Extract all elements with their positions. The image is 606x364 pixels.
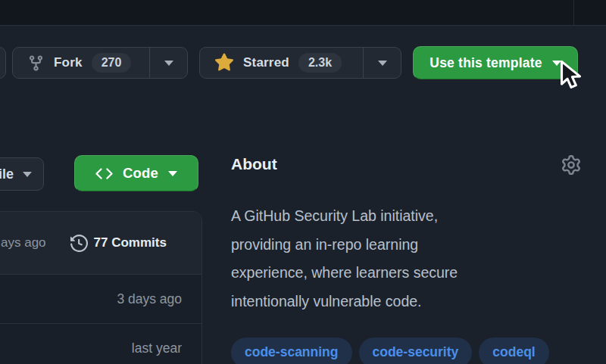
chevron-down-icon <box>23 172 32 177</box>
topic-tag[interactable]: code-security <box>359 338 473 364</box>
star-count-badge: 2.3k <box>298 53 342 73</box>
about-title: About <box>231 155 277 173</box>
code-icon <box>95 165 113 182</box>
file-row-age[interactable]: last year <box>0 324 201 364</box>
file-list-box: ays ago 77 Commits 3 days ago last year <box>0 211 202 364</box>
fork-icon <box>27 54 45 72</box>
star-dropdown-button[interactable] <box>363 48 401 78</box>
chevron-down-icon <box>168 171 177 176</box>
gear-icon[interactable] <box>561 155 581 175</box>
history-icon <box>70 235 88 252</box>
starred-label: Starred <box>243 55 289 70</box>
add-file-button-partial[interactable]: file <box>0 157 44 191</box>
fork-label: Fork <box>54 55 83 70</box>
fork-button-group: Fork 270 <box>12 47 188 79</box>
starred-button[interactable]: Starred 2.3k <box>200 48 363 78</box>
description-line: experience, where learners secure <box>231 259 581 288</box>
commits-count-label: 77 Commits <box>94 235 167 250</box>
add-file-label: file <box>0 166 14 182</box>
description-line: providing an in-repo learning <box>231 231 581 260</box>
fork-count-badge: 270 <box>92 53 132 73</box>
about-section: About A GitHub Security Lab initiative, … <box>231 155 581 316</box>
file-age-label: last year <box>132 341 182 356</box>
chevron-down-icon <box>164 61 173 66</box>
use-this-template-label: Use this template <box>430 55 542 71</box>
repo-description: A GitHub Security Lab initiative, provid… <box>231 202 581 316</box>
header-divider <box>573 0 574 26</box>
code-button[interactable]: Code <box>74 155 198 191</box>
commits-history-link[interactable]: 77 Commits <box>70 235 167 252</box>
last-commit-age-partial: ays ago <box>1 235 46 250</box>
chevron-down-icon <box>552 61 561 66</box>
fork-dropdown-button[interactable] <box>149 48 187 78</box>
description-line: A GitHub Security Lab initiative, <box>231 202 581 231</box>
topics-list: code-scanning code-security codeql <box>231 338 549 364</box>
code-label: Code <box>123 165 158 182</box>
use-this-template-button[interactable]: Use this template <box>413 46 578 79</box>
file-age-label: 3 days ago <box>117 291 182 307</box>
topic-tag[interactable]: codeql <box>479 338 548 364</box>
chevron-down-icon <box>378 61 387 66</box>
repo-page: Fork 270 Starred 2.3k Use this template … <box>0 0 606 364</box>
description-line: intentionally vulnerable code. <box>231 288 581 316</box>
latest-commit-bar: ays ago 77 Commits <box>0 212 201 275</box>
fork-button[interactable]: Fork 270 <box>13 48 149 78</box>
watch-button-partial[interactable] <box>0 47 6 79</box>
star-button-group: Starred 2.3k <box>199 47 401 79</box>
star-icon <box>214 53 234 73</box>
topic-tag[interactable]: code-scanning <box>231 338 352 364</box>
page-header-strip <box>0 0 606 26</box>
file-row-age[interactable]: 3 days ago <box>0 275 201 324</box>
